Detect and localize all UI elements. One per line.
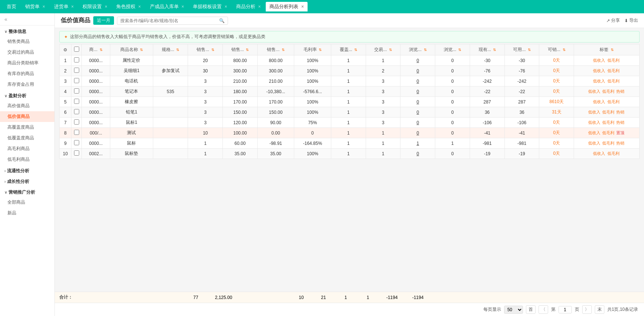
close-icon[interactable]: ×	[71, 4, 74, 9]
col-sales-price1[interactable]: 销售... ⇅	[223, 44, 258, 55]
row-checkbox-cell[interactable]	[71, 86, 82, 97]
col-settings[interactable]: ⚙	[60, 44, 71, 55]
select-all-checkbox[interactable]	[74, 47, 79, 52]
sidebar-group-circulation[interactable]: › 流通性分析	[0, 165, 54, 176]
row-checkbox-cell[interactable]	[71, 149, 82, 159]
sidebar-group-finance[interactable]: ∨ 盈财分析	[0, 90, 54, 101]
row-browse1[interactable]: 0	[400, 118, 435, 128]
nav-tab-inventory[interactable]: 产成品入库单 ×	[146, 2, 188, 11]
browse-link[interactable]: 0	[417, 99, 419, 105]
sidebar-item-high-value[interactable]: 高价值商品	[0, 101, 54, 111]
row-checkbox-cell[interactable]	[71, 55, 82, 66]
sidebar-item-category-rate[interactable]: 商品分类助销率	[0, 58, 54, 68]
col-sales-qty[interactable]: 销售... ⇅	[188, 44, 223, 55]
nav-tab-analysis[interactable]: 商品分析 ×	[232, 2, 265, 11]
row-checkbox[interactable]	[74, 99, 79, 104]
last-page-btn[interactable]: 末	[595, 305, 604, 314]
row-checkbox[interactable]	[74, 109, 79, 114]
close-icon[interactable]: ×	[105, 4, 107, 9]
col-name[interactable]: 商品名称 ⇅	[110, 44, 153, 55]
col-code[interactable]: 商... ⇅	[82, 44, 110, 55]
close-icon[interactable]: ×	[138, 4, 141, 9]
browse-link[interactable]: 0	[417, 151, 419, 156]
close-icon[interactable]: ×	[258, 4, 261, 9]
export-btn[interactable]: ⬇ 导出	[624, 17, 638, 24]
row-browse1[interactable]: 0	[400, 76, 435, 86]
browse-link[interactable]: 0	[417, 130, 419, 136]
col-browse2[interactable]: 浏览... ⇅	[435, 44, 470, 55]
first-page-btn[interactable]: 首	[526, 305, 536, 314]
col-margin-rate[interactable]: 毛利率 ⇅	[294, 44, 331, 55]
close-icon[interactable]: ×	[225, 4, 227, 9]
sidebar-group-marketing[interactable]: ∨ 营销推广分析	[0, 186, 54, 197]
nav-tab-home[interactable]: 首页	[3, 2, 20, 11]
sidebar-collapse-btn[interactable]: «	[3, 16, 9, 23]
row-checkbox[interactable]	[74, 88, 79, 94]
row-checkbox[interactable]	[74, 150, 79, 156]
row-checkbox[interactable]	[74, 68, 79, 73]
row-browse1[interactable]: 0	[400, 149, 435, 159]
browse-link[interactable]: 1	[417, 141, 419, 146]
col-sales-price2[interactable]: 销售... ⇅	[257, 44, 294, 55]
row-browse1[interactable]: 0	[400, 86, 435, 97]
col-sales-days[interactable]: 可销... ⇅	[539, 44, 574, 55]
browse-link[interactable]: 0	[417, 79, 419, 84]
row-checkbox-cell[interactable]	[71, 97, 82, 107]
nav-tab-sales[interactable]: 销货单 ×	[21, 2, 49, 11]
page-size-select[interactable]: 50 100 200	[504, 306, 523, 314]
search-icon[interactable]: 🔍	[219, 18, 225, 23]
prev-page-btn[interactable]: 〈	[539, 305, 548, 314]
browse-link[interactable]: 0	[417, 58, 419, 63]
browse-link[interactable]: 0	[417, 120, 419, 125]
row-browse1[interactable]: 0	[400, 66, 435, 76]
sidebar-group-overall[interactable]: ∨ 整体信息	[0, 26, 54, 36]
page-input[interactable]	[559, 306, 572, 313]
col-browse1[interactable]: 浏览... ⇅	[400, 44, 435, 55]
row-checkbox-cell[interactable]	[71, 107, 82, 118]
sidebar-item-high-margin[interactable]: 高毛利商品	[0, 143, 54, 154]
browse-link[interactable]: 0	[417, 89, 419, 94]
col-trade[interactable]: 交易... ⇅	[366, 44, 400, 55]
sidebar-item-stock-goods[interactable]: 有库存的商品	[0, 68, 54, 79]
sidebar-item-traded-goods[interactable]: 交易过的商品	[0, 47, 54, 58]
row-checkbox-cell[interactable]	[71, 66, 82, 76]
browse-link[interactable]: 0	[417, 110, 419, 115]
search-input[interactable]	[120, 18, 218, 23]
sidebar-item-sales-goods[interactable]: 销售类商品	[0, 36, 54, 47]
row-checkbox[interactable]	[74, 57, 79, 62]
row-checkbox[interactable]	[74, 130, 79, 135]
col-stock1[interactable]: 现有... ⇅	[470, 44, 504, 55]
col-stock2[interactable]: 可用... ⇅	[504, 44, 539, 55]
row-browse1[interactable]: 0	[400, 55, 435, 66]
close-icon[interactable]: ×	[181, 4, 184, 9]
browse-link[interactable]: 0	[417, 68, 419, 74]
row-checkbox-cell[interactable]	[71, 138, 82, 149]
row-browse1[interactable]: 0	[400, 128, 435, 138]
sidebar-group-growth[interactable]: › 成长性分析	[0, 176, 54, 186]
nav-tab-purchase[interactable]: 进货单 ×	[50, 2, 78, 11]
col-checkbox[interactable]	[71, 44, 82, 55]
next-page-btn[interactable]: 〉	[582, 305, 592, 314]
col-spec[interactable]: 规格... ⇅	[153, 44, 188, 55]
row-checkbox[interactable]	[74, 140, 79, 145]
sidebar-item-low-coverage[interactable]: 低覆盖度商品	[0, 133, 54, 143]
row-browse1[interactable]: 0	[400, 97, 435, 107]
filter-recent-month-btn[interactable]: 近一月	[93, 16, 114, 25]
nav-tab-permissions[interactable]: 权限设置 ×	[79, 2, 111, 11]
sidebar-item-new-goods[interactable]: 新品	[0, 208, 54, 218]
row-browse1[interactable]: 1	[400, 138, 435, 149]
nav-tab-analysis-list[interactable]: 商品分析列表 ×	[266, 2, 308, 11]
col-tags[interactable]: 标签 ⇅	[574, 44, 640, 55]
nav-tab-roles[interactable]: 角色授权 ×	[113, 2, 145, 11]
sidebar-item-low-margin[interactable]: 低毛利商品	[0, 154, 54, 165]
row-checkbox[interactable]	[74, 78, 79, 83]
row-checkbox-cell[interactable]	[71, 76, 82, 86]
nav-tab-template[interactable]: 单据模板设置 ×	[189, 2, 231, 11]
row-browse1[interactable]: 0	[400, 107, 435, 118]
col-coverage[interactable]: 覆盖... ⇅	[331, 44, 366, 55]
close-icon[interactable]: ×	[301, 4, 304, 9]
row-checkbox-cell[interactable]	[71, 118, 82, 128]
share-btn[interactable]: ↗ 分享	[606, 17, 620, 24]
sidebar-item-stock-capital[interactable]: 库存资金占用	[0, 79, 54, 90]
sidebar-item-low-value[interactable]: 低价值商品	[0, 111, 54, 122]
